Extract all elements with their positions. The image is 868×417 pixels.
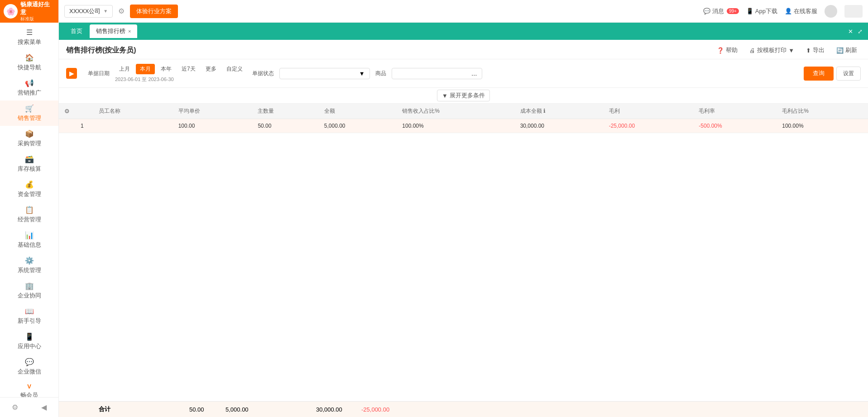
date-btn-7days[interactable]: 近7天 xyxy=(177,64,200,74)
sidebar-item-wechat[interactable]: 💬 企业微信 xyxy=(0,354,58,379)
status-filter-label: 单据状态 xyxy=(252,70,274,77)
filter-expand-toggle[interactable]: ▶ xyxy=(66,68,77,79)
filter-area: ▶ 单据日期 上月 本月 本年 近7天 更多 自定义 2023-06-01 至 … xyxy=(59,59,868,88)
window-maximize-icon[interactable]: ⤢ xyxy=(858,28,863,35)
window-close-icon[interactable]: ✕ xyxy=(848,28,853,35)
col-quantity: 主数量 xyxy=(252,104,318,119)
refresh-icon: 🔄 xyxy=(836,47,844,54)
sidebar-item-app-center[interactable]: 📱 应用中心 xyxy=(0,329,58,354)
sidebar-item-operations[interactable]: 📋 经营管理 xyxy=(0,202,58,227)
table-area: ⚙ 员工名称 平均单价 主数量 全额 销售收入占比% 成本全额 ℹ 毛利 毛利率… xyxy=(59,104,868,401)
row-rank: 1 xyxy=(75,119,93,133)
company-chevron-icon: ▼ xyxy=(103,9,108,14)
sales-icon: 🛒 xyxy=(25,104,34,113)
refresh-btn[interactable]: 🔄 刷新 xyxy=(833,44,861,56)
col-amount: 全额 xyxy=(319,104,397,119)
status-select-chevron: ▼ xyxy=(359,70,365,77)
sidebar-footer: ⚙ ◀ xyxy=(0,397,58,417)
sidebar-collapse-btn[interactable]: ◀ xyxy=(38,401,50,413)
page-actions: ❓ 帮助 🖨 按模板打印 ▼ ⬆ 导出 🔄 刷新 xyxy=(713,44,861,56)
col-gross: 毛利 xyxy=(604,104,694,119)
print-btn[interactable]: 🖨 按模板打印 ▼ xyxy=(746,44,798,56)
table-row: 1 100.00 50.00 5,000.00 100.00% 30,000.0… xyxy=(59,119,868,133)
col-gross-rate: 毛利率 xyxy=(693,104,777,119)
table-footer: 合计 50.00 5,000.00 30,000.00 -25,000.00 xyxy=(59,401,868,417)
page-header: 销售排行榜(按业务员) ❓ 帮助 🖨 按模板打印 ▼ ⬆ 导出 🔄 刷新 xyxy=(59,40,868,59)
query-button[interactable]: 查询 xyxy=(804,67,834,81)
row-settings-cell xyxy=(59,119,75,133)
tab-close-icon[interactable]: × xyxy=(128,29,131,34)
filter-toggle-row: ▼ 展开更多条件 xyxy=(59,88,868,104)
col-employee: 员工名称 xyxy=(93,104,173,119)
home-icon: 🏠 xyxy=(25,53,34,62)
print-icon: 🖨 xyxy=(749,47,755,54)
trial-button[interactable]: 体验行业方案 xyxy=(130,5,178,18)
tab-sales-ranking[interactable]: 销售排行榜 × xyxy=(90,24,137,38)
filter-row: ▶ 单据日期 上月 本月 本年 近7天 更多 自定义 2023-06-01 至 … xyxy=(66,64,861,83)
col-avg-price: 平均单价 xyxy=(173,104,253,119)
tab-bar: 首页 销售排行榜 × ✕ ⤢ xyxy=(59,23,868,40)
logo-text: 畅康通好生意 标准版 xyxy=(20,1,55,22)
wechat-icon: 💬 xyxy=(25,358,34,366)
sidebar-item-guide[interactable]: 📖 新手引导 xyxy=(0,303,58,329)
marketing-icon: 📢 xyxy=(25,79,34,87)
goods-more-icon: … xyxy=(471,70,477,77)
sidebar-item-purchase[interactable]: 📦 采购管理 xyxy=(0,126,58,151)
tab-home[interactable]: 首页 xyxy=(64,24,89,38)
sidebar-item-system[interactable]: ⚙️ 系统管理 xyxy=(0,253,58,278)
date-btn-this-year[interactable]: 本年 xyxy=(157,64,176,74)
help-icon: ❓ xyxy=(717,47,724,54)
date-range-display: 2023-06-01 至 2023-06-30 xyxy=(115,76,247,83)
finance-icon: 💰 xyxy=(25,180,34,189)
app-download-btn[interactable]: 📱 App下载 xyxy=(746,7,777,15)
sidebar: 🌸 畅康通好生意 标准版 ☰ 搜索菜单 🏠 快捷导航 📢 营销推广 🛒 销售管理… xyxy=(0,0,59,417)
footer-total-label: 合计 xyxy=(99,405,153,413)
online-service-btn[interactable]: 👤 在线客服 xyxy=(785,7,817,15)
enterprise-icon: 🏢 xyxy=(25,282,34,290)
sidebar-item-base-info[interactable]: 📊 基础信息 xyxy=(0,227,58,253)
search-menu-icon: ☰ xyxy=(26,28,33,37)
row-employee xyxy=(93,119,173,133)
date-btn-more[interactable]: 更多 xyxy=(201,64,221,74)
date-filter-label: 单据日期 xyxy=(88,70,110,77)
col-cost: 成本全额 ℹ xyxy=(515,104,604,119)
row-sales-pct: 100.00% xyxy=(397,119,514,133)
table-header-row: ⚙ 员工名称 平均单价 主数量 全额 销售收入占比% 成本全额 ℹ 毛利 毛利率… xyxy=(59,104,868,119)
col-settings[interactable]: ⚙ xyxy=(59,104,75,119)
sidebar-item-finance[interactable]: 💰 资金管理 xyxy=(0,177,58,202)
expand-more-conditions-btn[interactable]: ▼ 展开更多条件 xyxy=(437,90,490,101)
footer-cost: 30,000.00 xyxy=(316,406,361,413)
base-info-icon: 📊 xyxy=(25,231,34,240)
sidebar-item-quick-nav[interactable]: 🏠 快捷导航 xyxy=(0,50,58,75)
export-btn[interactable]: ⬆ 导出 xyxy=(802,44,828,56)
goods-filter-label: 商品 xyxy=(375,70,386,77)
sidebar-item-marketing[interactable]: 📢 营销推广 xyxy=(0,75,58,101)
message-btn[interactable]: 💬 消息 99+ xyxy=(703,7,739,15)
main-content: XXXXX公司 ▼ ⚙ 体验行业方案 💬 消息 99+ 📱 App下载 👤 在线… xyxy=(59,0,868,417)
print-chevron-icon: ▼ xyxy=(788,47,794,54)
status-select[interactable]: ▼ xyxy=(279,68,370,79)
sidebar-settings-btn[interactable]: ⚙ xyxy=(8,401,22,413)
sidebar-item-inventory[interactable]: 🗃️ 库存核算 xyxy=(0,151,58,177)
user-avatar[interactable] xyxy=(825,5,837,18)
sidebar-nav: ☰ 搜索菜单 🏠 快捷导航 📢 营销推广 🛒 销售管理 📦 采购管理 🗃️ 库存… xyxy=(0,23,58,397)
row-gross-rate: -500.00% xyxy=(693,119,777,133)
sidebar-item-member[interactable]: V 畅会员 xyxy=(0,379,58,397)
date-btn-last-month[interactable]: 上月 xyxy=(115,64,134,74)
sidebar-item-sales[interactable]: 🛒 销售管理 xyxy=(0,101,58,126)
page-content: 销售排行榜(按业务员) ❓ 帮助 🖨 按模板打印 ▼ ⬆ 导出 🔄 刷新 xyxy=(59,40,868,417)
company-selector[interactable]: XXXXX公司 ▼ xyxy=(64,5,113,18)
table-settings-icon[interactable]: ⚙ xyxy=(64,108,70,115)
sidebar-item-search[interactable]: ☰ 搜索菜单 xyxy=(0,24,58,50)
date-btn-custom[interactable]: 自定义 xyxy=(222,64,247,74)
expand-chevron-icon: ▼ xyxy=(442,92,448,99)
help-btn[interactable]: ❓ 帮助 xyxy=(713,44,741,56)
settings-button[interactable]: 设置 xyxy=(836,67,861,81)
row-gross: -25,000.00 xyxy=(604,119,694,133)
row-amount: 5,000.00 xyxy=(319,119,397,133)
footer-gross: -25,000.00 xyxy=(361,406,407,413)
sidebar-item-enterprise[interactable]: 🏢 企业协同 xyxy=(0,278,58,303)
header-settings-icon[interactable]: ⚙ xyxy=(118,7,125,15)
date-btn-this-month[interactable]: 本月 xyxy=(136,64,155,74)
goods-input[interactable]: … xyxy=(392,68,482,79)
